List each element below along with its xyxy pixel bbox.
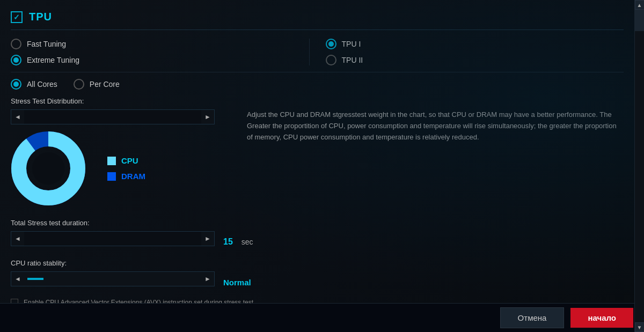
scrollbar-up-arrow[interactable]: ▲	[635, 0, 645, 10]
content-area: TPU Fast Tuning Extreme Tuning	[0, 0, 634, 303]
scrollbar-thumb[interactable]	[635, 10, 644, 31]
duration-slider-right-arrow[interactable]: ►	[201, 232, 214, 246]
svg-point-2	[32, 152, 64, 185]
ratio-slider-right-arrow[interactable]: ►	[201, 272, 214, 286]
duration-label: Total Stress test duration:	[11, 219, 624, 227]
tpu-header: TPU	[11, 6, 624, 30]
footer: Отмена начало	[0, 303, 644, 332]
ratio-value: Normal	[223, 278, 251, 287]
stress-left-panel: ◄ ►	[11, 109, 215, 217]
stress-slider[interactable]: ◄ ►	[11, 109, 215, 124]
tpu2-option[interactable]: TPU II	[326, 55, 624, 65]
extreme-tuning-radio-fill	[13, 57, 19, 63]
donut-chart	[11, 131, 86, 206]
cancel-button[interactable]: Отмена	[500, 307, 565, 328]
cores-row: All Cores Per Core	[11, 79, 624, 90]
fast-tuning-option[interactable]: Fast Tuning	[11, 39, 309, 49]
duration-row: ◄ ► 15 sec	[11, 231, 624, 253]
all-cores-option[interactable]: All Cores	[11, 79, 57, 90]
tpu1-radio-fill	[328, 41, 334, 47]
tpu-title: TPU	[29, 11, 52, 23]
stress-slider-track	[24, 110, 201, 124]
duration-slider-left-arrow[interactable]: ◄	[11, 232, 24, 246]
start-button[interactable]: начало	[570, 308, 633, 328]
all-cores-radio[interactable]	[11, 79, 21, 90]
tpu1-label: TPU I	[342, 40, 361, 48]
options-row: Fast Tuning Extreme Tuning TPU I	[11, 39, 624, 72]
avx-row: Enable CPU Advanced Vector Extensions (A…	[11, 297, 624, 303]
avx-checkbox[interactable]	[11, 299, 18, 303]
legend: CPU DRAM	[107, 156, 145, 181]
duration-unit: sec	[241, 238, 253, 246]
scrollbar-down-arrow[interactable]: ▼	[635, 322, 645, 332]
ratio-slider-fill	[27, 278, 43, 280]
avx-label: Enable CPU Advanced Vector Extensions (A…	[24, 299, 253, 303]
stress-slider-right-arrow[interactable]: ►	[201, 110, 214, 124]
per-core-radio[interactable]	[74, 79, 84, 90]
stress-dist-label: Stress Test Distribution:	[11, 97, 624, 105]
ratio-row: ◄ ► Normal	[11, 271, 624, 293]
tpu2-radio[interactable]	[326, 55, 336, 65]
stress-slider-left-arrow[interactable]: ◄	[11, 110, 24, 124]
tpu2-label: TPU II	[342, 56, 363, 64]
stress-info-text: Adjust the CPU and DRAM stgresstest weig…	[231, 109, 624, 143]
duration-slider[interactable]: ◄ ►	[11, 231, 215, 246]
main-container: TPU Fast Tuning Extreme Tuning	[0, 0, 644, 332]
dram-legend-label: DRAM	[121, 172, 145, 181]
dram-legend-item: DRAM	[107, 172, 145, 181]
chart-legend-row: CPU DRAM	[11, 131, 215, 206]
fast-tuning-radio[interactable]	[11, 39, 21, 49]
ratio-slider[interactable]: ◄ ►	[11, 271, 215, 286]
per-core-label: Per Core	[90, 80, 120, 88]
duration-slider-track	[24, 232, 201, 246]
cpu-legend-color	[107, 157, 116, 165]
dram-legend-color	[107, 172, 116, 181]
tpu-checkbox[interactable]	[11, 11, 23, 23]
duration-value: 15	[223, 237, 233, 247]
extreme-tuning-label: Extreme Tuning	[27, 56, 79, 64]
cpu-legend-item: CPU	[107, 156, 145, 165]
tpu-options-group: TPU I TPU II	[309, 39, 624, 65]
scrollbar-track	[635, 10, 644, 322]
per-core-option[interactable]: Per Core	[74, 79, 120, 90]
extreme-tuning-radio[interactable]	[11, 55, 21, 65]
scrollbar[interactable]: ▲ ▼	[634, 0, 644, 332]
all-cores-radio-fill	[13, 82, 19, 87]
tpu1-option[interactable]: TPU I	[326, 39, 624, 49]
ratio-label: CPU ratio stablity:	[11, 259, 624, 267]
fast-tuning-label: Fast Tuning	[27, 40, 66, 48]
tuning-options-group: Fast Tuning Extreme Tuning	[11, 39, 309, 65]
extreme-tuning-option[interactable]: Extreme Tuning	[11, 55, 309, 65]
cpu-legend-label: CPU	[121, 156, 138, 165]
all-cores-label: All Cores	[27, 80, 57, 88]
ratio-slider-left-arrow[interactable]: ◄	[11, 272, 24, 286]
tpu1-radio[interactable]	[326, 39, 336, 49]
